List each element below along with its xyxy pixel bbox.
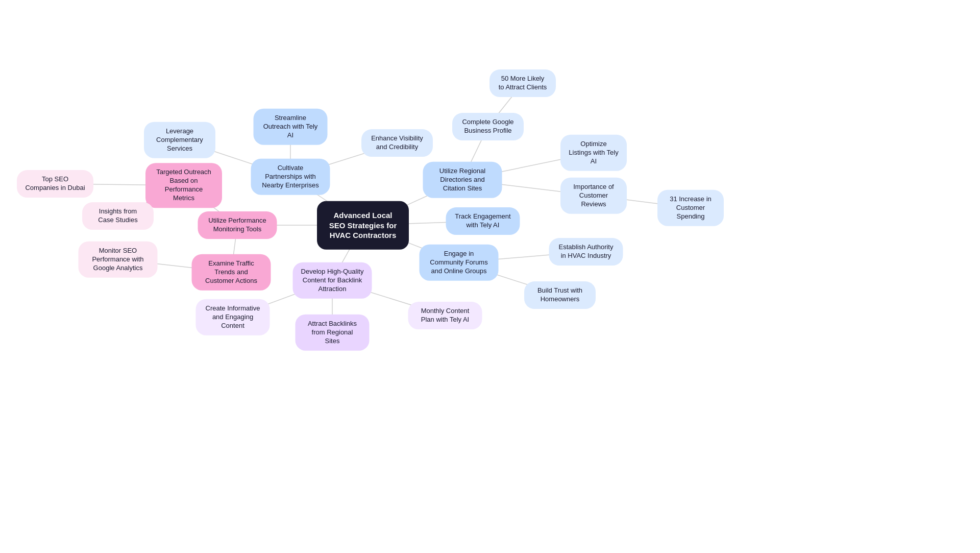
node-monthly-content[interactable]: Monthly Content Plan with Tely AI	[408, 302, 482, 329]
node-utilize-performance[interactable]: Utilize Performance Monitoring Tools	[198, 211, 277, 239]
node-develop-content[interactable]: Develop High-Quality Content for Backlin…	[293, 262, 372, 299]
node-leverage[interactable]: Leverage Complementary Services	[144, 122, 215, 158]
node-enhance-visibility[interactable]: Enhance Visibility and Credibility	[361, 129, 433, 157]
node-engage-community[interactable]: Engage in Community Forums and Online Gr…	[420, 245, 499, 281]
node-monitor-seo[interactable]: Monitor SEO Performance with Google Anal…	[79, 242, 158, 278]
node-examine-traffic[interactable]: Examine Traffic Trends and Customer Acti…	[192, 254, 271, 291]
node-complete-google[interactable]: Complete Google Business Profile	[452, 113, 524, 140]
mindmap-container: Advanced Local SEO Strategies for HVAC C…	[0, 0, 980, 553]
node-importance-reviews[interactable]: Importance of Customer Reviews	[560, 178, 627, 214]
node-attract-backlinks[interactable]: Attract Backlinks from Regional Sites	[296, 315, 370, 351]
node-build-trust[interactable]: Build Trust with Homeowners	[524, 281, 596, 309]
node-center[interactable]: Advanced Local SEO Strategies for HVAC C…	[317, 201, 409, 250]
node-create-informative[interactable]: Create Informative and Engaging Content	[196, 299, 270, 335]
node-utilize-regional[interactable]: Utilize Regional Directories and Citatio…	[423, 162, 502, 198]
node-targeted-outreach[interactable]: Targeted Outreach Based on Performance M…	[145, 163, 222, 208]
node-streamline[interactable]: Streamline Outreach with Tely AI	[254, 109, 328, 145]
node-optimize-listings[interactable]: Optimize Listings with Tely AI	[560, 135, 627, 171]
node-track-engagement[interactable]: Track Engagement with Tely AI	[446, 207, 520, 235]
node-top-seo[interactable]: Top SEO Companies in Dubai	[17, 170, 93, 198]
node-insights-case[interactable]: Insights from Case Studies	[82, 202, 154, 230]
node-cultivate[interactable]: Cultivate Partnerships with Nearby Enter…	[251, 159, 330, 195]
node-establish-authority[interactable]: Establish Authority in HVAC Industry	[549, 238, 623, 266]
node-50-likely[interactable]: 50 More Likely to Attract Clients	[489, 69, 556, 97]
node-31-increase[interactable]: 31 Increase in Customer Spending	[657, 190, 724, 226]
